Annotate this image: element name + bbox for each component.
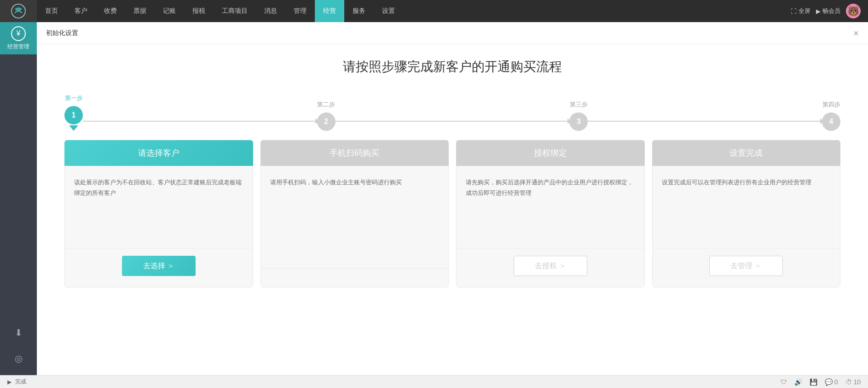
- support-icon: ◎: [15, 353, 23, 364]
- go-select-button[interactable]: 去选择 ＞: [122, 256, 196, 276]
- nav-invoice[interactable]: 票据: [125, 0, 155, 22]
- nav-home[interactable]: 首页: [37, 0, 66, 22]
- step-1-wrapper: 第一步 1: [64, 94, 83, 131]
- sidebar: ¥ 经营管理 ⬇ ◎: [0, 22, 37, 375]
- step-2-wrapper: 第二步 2: [317, 100, 336, 131]
- nav-accounting[interactable]: 记账: [155, 0, 184, 22]
- step-1-circle: 1: [64, 106, 83, 124]
- card-4-header: 设置完成: [652, 140, 841, 166]
- nav-fee[interactable]: 收费: [96, 0, 125, 22]
- step-3-label: 第三步: [570, 100, 588, 109]
- card-3-header: 授权绑定: [456, 140, 645, 166]
- card-2-footer: [260, 269, 449, 288]
- card-4-body: 设置完成后可以在管理列表进行所有企业用户的经营管理: [652, 166, 841, 248]
- sidebar-download[interactable]: ⬇: [0, 320, 37, 346]
- step-card-2: 手机扫码购买 请用手机扫码，输入小微企业主账号密码进行购买: [260, 140, 449, 288]
- nav-tax[interactable]: 报税: [184, 0, 214, 22]
- step-2-circle: 2: [317, 112, 336, 131]
- step-3-circle: 3: [569, 112, 588, 131]
- shield-icon: 🛡: [781, 378, 787, 386]
- step-3-wrapper: 第三步 3: [569, 100, 588, 131]
- fullscreen-button[interactable]: ⛶ 全屏: [791, 7, 810, 15]
- logo[interactable]: [0, 0, 37, 22]
- cards-row: 请选择客户 该处展示的客户为不在回收站、客户状态正常建账后完成老板端绑定的所有客…: [55, 140, 850, 288]
- card-1-footer: 去选择 ＞: [64, 248, 253, 288]
- close-button[interactable]: ×: [853, 29, 859, 38]
- page-title: 初始化设置: [46, 29, 78, 37]
- avatar[interactable]: 🐻: [846, 4, 861, 18]
- card-3-body: 请先购买，购买后选择开通的产品中的企业用户进行授权绑定，成功后即可进行经营管理: [456, 166, 645, 248]
- step-2-label: 第二步: [317, 100, 335, 109]
- sidebar-item-operation[interactable]: ¥ 经营管理: [0, 22, 37, 54]
- download-icon: ⬇: [15, 327, 23, 338]
- save-icon: 💾: [810, 378, 817, 386]
- sidebar-bottom: ⬇ ◎: [0, 320, 37, 375]
- nav-message[interactable]: 消息: [256, 0, 285, 22]
- nav-business-project[interactable]: 工商项目: [214, 0, 256, 22]
- vip-button[interactable]: ▶ 畅会员: [816, 7, 840, 15]
- nav-settings[interactable]: 设置: [374, 0, 403, 22]
- nav-manage[interactable]: 管理: [285, 0, 315, 22]
- card-3-footer: 去授权 ＞: [456, 248, 645, 288]
- vip-icon: ▶: [816, 8, 821, 15]
- volume-icon: 🔊: [794, 378, 802, 386]
- connector-2-3: [336, 121, 570, 122]
- play-icon[interactable]: ▶: [7, 379, 12, 385]
- nav-right: ⛶ 全屏 ▶ 畅会员 🐻: [791, 4, 868, 18]
- status-text: 完成: [15, 378, 26, 386]
- go-manage-button[interactable]: 去管理 ＞: [709, 256, 783, 276]
- fullscreen-icon: ⛶: [791, 8, 797, 15]
- page-subtitle: 请按照步骤完成新客户的开通购买流程: [55, 58, 850, 76]
- step-card-1: 请选择客户 该处展示的客户为不在回收站、客户状态正常建账后完成老板端绑定的所有客…: [64, 140, 253, 288]
- status-bar-right: 🛡 🔊 💾 💬 0 ⏱ 10: [781, 378, 861, 386]
- nav-service[interactable]: 服务: [344, 0, 374, 22]
- operation-icon: ¥: [11, 26, 26, 41]
- main-layout: ¥ 经营管理 ⬇ ◎ 初始化设置 × 请按照步骤完成新客户的开通购买流程: [0, 22, 868, 375]
- connector-1-2: [83, 121, 317, 122]
- card-2-body: 请用手机扫码，输入小微企业主账号密码进行购买: [260, 166, 449, 269]
- connector-3-4: [588, 121, 822, 122]
- card-1-body: 该处展示的客户为不在回收站、客户状态正常建账后完成老板端绑定的所有客户: [64, 166, 253, 248]
- nav-items: 首页 客户 收费 票据 记账 报税 工商项目 消息 管理 经营 服务 设置: [37, 0, 791, 22]
- status-bar: ▶ 完成 🛡 🔊 💾 💬 0 ⏱ 10: [0, 375, 868, 388]
- step-4-wrapper: 第四步 4: [822, 100, 840, 131]
- step-1-pointer: [69, 125, 78, 131]
- step-4-label: 第四步: [822, 100, 840, 109]
- sidebar-support[interactable]: ◎: [0, 346, 37, 371]
- steps-indicator: 第一步 1 第二步 2: [55, 94, 850, 131]
- go-authorize-button[interactable]: 去授权 ＞: [514, 256, 587, 276]
- card-4-footer: 去管理 ＞: [652, 248, 841, 288]
- card-1-header: 请选择客户: [64, 140, 253, 166]
- step-4-circle: 4: [822, 112, 840, 131]
- step-1-label: 第一步: [65, 94, 83, 102]
- timer: ⏱ 10: [845, 378, 861, 386]
- step-card-4: 设置完成 设置完成后可以在管理列表进行所有企业用户的经营管理 去管理 ＞: [652, 140, 841, 288]
- step-card-3: 授权绑定 请先购买，购买后选择开通的产品中的企业用户进行授权绑定，成功后即可进行…: [456, 140, 645, 288]
- nav-operation[interactable]: 经营: [315, 0, 344, 22]
- card-2-header: 手机扫码购买: [260, 140, 449, 166]
- nav-customer[interactable]: 客户: [66, 0, 96, 22]
- top-navigation: 首页 客户 收费 票据 记账 报税 工商项目 消息 管理 经营 服务 设置 ⛶ …: [0, 0, 868, 22]
- content-area: 初始化设置 × 请按照步骤完成新客户的开通购买流程 第一步 1: [37, 22, 868, 375]
- page-header: 初始化设置 ×: [37, 22, 868, 44]
- message-count: 💬 0: [825, 378, 838, 386]
- main-content: 请按照步骤完成新客户的开通购买流程 第一步 1 第二步 2: [37, 44, 868, 375]
